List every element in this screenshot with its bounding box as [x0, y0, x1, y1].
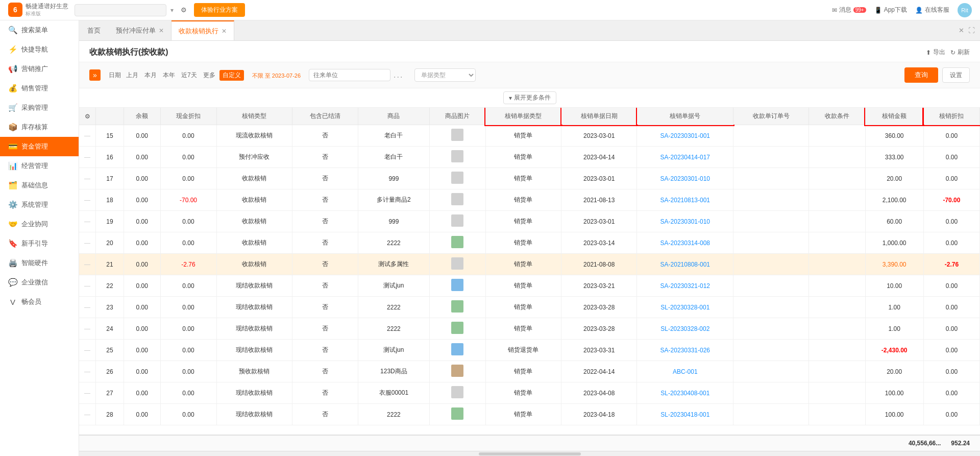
cell-verify-amount: 1,000.00 [865, 232, 923, 254]
tab-home[interactable]: 首页 [79, 20, 109, 40]
settings-button[interactable]: 设置 [942, 67, 970, 83]
counterparty-dots[interactable]: ... [394, 70, 403, 80]
export-button[interactable]: ⬆ 导出 [926, 48, 945, 57]
cell-receipt-order [733, 147, 809, 168]
filter-toggle-btn[interactable]: » [89, 69, 101, 81]
cell-bill-no: SA-20230331-026 [637, 340, 733, 361]
cell-cash-discount: 0.00 [160, 382, 216, 404]
billtype-select[interactable]: 单据类型 [414, 68, 476, 82]
sidebar-item-inventory[interactable]: 📦库存核算 [0, 117, 79, 137]
tab-close-all-icon[interactable]: ✕ [959, 27, 964, 34]
dropdown-icon[interactable]: ▾ [170, 7, 174, 14]
date-btn-this-year[interactable]: 本年 [161, 70, 177, 81]
sidebar-item-smart[interactable]: 🖨️智能硬件 [0, 253, 79, 273]
sidebar-label-basic: 基础信息 [21, 181, 48, 190]
cell-cash-discount: 0.00 [160, 297, 216, 318]
cell-goods-img [429, 125, 485, 147]
cell-included: 否 [292, 232, 358, 254]
table-row: — 17 0.00 0.00 收款核销 否 999 销货单 2023-03-01… [79, 168, 980, 189]
gear-icon[interactable]: ⚙ [178, 4, 190, 16]
date-btn-last-month[interactable]: 上月 [124, 70, 140, 81]
cell-verify-type: 现结收款核销 [216, 340, 292, 361]
cell-balance: 0.00 [124, 297, 160, 318]
user-avatar[interactable]: Rit [958, 3, 972, 17]
sidebar-item-collab[interactable]: 🤝企业协同 [0, 214, 79, 234]
expand-conditions-button[interactable]: ▾ 展开更多条件 [503, 91, 556, 104]
cell-bill-type: 销货单 [485, 125, 561, 147]
cell-seq: 26 [96, 361, 124, 382]
cell-verify-type: 现结收款核销 [216, 318, 292, 340]
cell-bill-no: SA-20230321-012 [637, 275, 733, 297]
sidebar-item-finance[interactable]: 💳资金管理 [0, 137, 79, 156]
cell-gear: — [79, 147, 96, 168]
horizontal-scrollbar[interactable] [79, 451, 980, 456]
th-gear[interactable]: ⚙ [79, 108, 96, 125]
cell-cash-discount: 0.00 [160, 361, 216, 382]
cell-goods: 2222 [358, 232, 429, 254]
sidebar-item-member[interactable]: V畅会员 [0, 292, 79, 311]
cell-bill-type: 销货单 [485, 189, 561, 211]
th-verify-discount: 核销折扣 [923, 108, 979, 125]
sidebar-item-operation[interactable]: 📊经营管理 [0, 156, 79, 176]
table-body: — 15 0.00 0.00 现流收款核销 否 老白干 销货单 2023-03-… [79, 125, 980, 425]
cell-verify-amount: 100.00 [865, 382, 923, 404]
cell-goods-img [429, 404, 485, 425]
sidebar-item-search[interactable]: 🔍搜索菜单 [0, 20, 79, 40]
cell-verify-discount: 0.00 [923, 361, 979, 382]
tab-bar: 首页 预付冲应付单 ✕ 收款核销执行 ✕ ✕ ⛶ [79, 20, 980, 41]
sidebar-item-sales[interactable]: 💰销售管理 [0, 79, 79, 98]
cell-receipt-condition [809, 318, 865, 340]
cell-included: 否 [292, 275, 358, 297]
counterparty-input[interactable] [309, 69, 390, 81]
purchase-icon: 🛒 [8, 103, 17, 112]
date-btn-custom[interactable]: 自定义 [219, 70, 244, 81]
cell-bill-type: 销货单 [485, 168, 561, 189]
sidebar-item-basic[interactable]: 🗂️基础信息 [0, 176, 79, 195]
sidebar-item-guide[interactable]: 🔖新手引导 [0, 234, 79, 253]
tab-prepay-close[interactable]: ✕ [159, 27, 164, 34]
cell-gear: — [79, 318, 96, 340]
industry-button[interactable]: 体验行业方案 [194, 3, 245, 17]
tab-prepay[interactable]: 预付冲应付单 ✕ [109, 20, 172, 40]
cell-seq: 27 [96, 382, 124, 404]
cell-cash-discount: 0.00 [160, 232, 216, 254]
table-container[interactable]: ⚙ 余额 现金折扣 核销类型 包含已结清 商品 商品图片 核销单据类型 核销单据… [79, 108, 980, 435]
sidebar-item-purchase[interactable]: 🛒采购管理 [0, 98, 79, 117]
cell-verify-discount: 0.00 [923, 275, 979, 297]
query-button[interactable]: 查询 [904, 67, 938, 83]
sidebar-item-quick[interactable]: ⚡快捷导航 [0, 40, 79, 59]
online-service-button[interactable]: 👤 在线客服 [915, 6, 949, 14]
tab-receipts-close[interactable]: ✕ [222, 28, 227, 35]
sidebar-item-marketing[interactable]: 📢营销推广 [0, 59, 79, 79]
date-btn-this-month[interactable]: 本月 [142, 70, 159, 81]
search-input[interactable] [75, 4, 166, 16]
tab-expand-icon[interactable]: ⛶ [968, 27, 975, 34]
cell-gear: — [79, 254, 96, 275]
cell-receipt-order [733, 361, 809, 382]
cell-included: 否 [292, 382, 358, 404]
cell-verify-discount: 0.00 [923, 211, 979, 232]
smart-icon: 🖨️ [8, 258, 17, 268]
cell-bill-date: 2021-08-13 [561, 189, 637, 211]
cell-gear: — [79, 340, 96, 361]
scrollbar-thumb[interactable] [479, 452, 581, 455]
sidebar-item-wechat[interactable]: 💬企业微信 [0, 273, 79, 292]
date-btn-more[interactable]: 更多 [201, 70, 217, 81]
tab-receipts[interactable]: 收款核销执行 ✕ [172, 20, 234, 40]
messages-button[interactable]: ✉ 消息 99+ [832, 6, 866, 14]
app-download-button[interactable]: 📱 App下载 [874, 6, 907, 14]
page-content: 收款核销执行(按收款) ⬆ 导出 ↻ 刷新 » [79, 41, 980, 456]
cell-verify-discount: 0.00 [923, 232, 979, 254]
cell-receipt-condition [809, 382, 865, 404]
th-goods: 商品 [358, 108, 429, 125]
cell-cash-discount: 0.00 [160, 168, 216, 189]
cell-goods: 2222 [358, 297, 429, 318]
date-btn-7days[interactable]: 近7天 [179, 70, 199, 81]
sidebar-item-system[interactable]: ⚙️系统管理 [0, 195, 79, 214]
sidebar-label-wechat: 企业微信 [21, 278, 48, 287]
cell-verify-discount: 0.00 [923, 382, 979, 404]
sidebar-label-operation: 经营管理 [21, 161, 48, 171]
filter-counterparty-section: ... [309, 69, 403, 81]
operation-icon: 📊 [8, 161, 17, 171]
refresh-button[interactable]: ↻ 刷新 [950, 48, 970, 57]
